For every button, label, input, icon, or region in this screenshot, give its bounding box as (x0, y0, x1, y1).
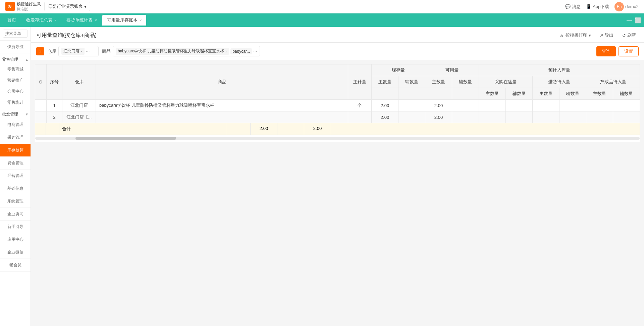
print-icon: 🖨 (560, 33, 564, 38)
settings-button[interactable]: 设置 (619, 46, 639, 56)
sidebar-item-enterprise[interactable]: 企业协同 (0, 208, 31, 221)
footer-unit (227, 123, 251, 135)
th-prod-main: 主数量 (586, 88, 613, 100)
export-label: 导出 (605, 32, 613, 38)
export-btn[interactable]: ↗ 导出 (597, 31, 616, 40)
cell-avail-sub-1 (452, 100, 479, 111)
th-arrivals-main: 主数量 (533, 88, 559, 100)
th-arrivals-sub: 辅数量 (559, 88, 586, 100)
sidebar-item-shop[interactable]: 零售商城 (0, 64, 31, 75)
footer-stock-main: 2.00 (251, 123, 277, 135)
product-tag-2-value: babycar... (232, 49, 250, 54)
cell-arrivals-main-1 (533, 100, 559, 111)
footer-stock-sub (277, 123, 304, 135)
filter-expand-btn[interactable]: » (36, 47, 44, 55)
user-info[interactable]: Ea demo2 (614, 2, 639, 11)
query-button[interactable]: 查询 (596, 46, 616, 56)
data-table: ⚙ 序号 仓库 商品 主计量 现存量 可用量 预计入库量 主数量 辅数量 主数量 (35, 64, 640, 123)
sidebar-item-finance[interactable]: 资金管理 (0, 157, 31, 170)
footer-rest (331, 123, 640, 135)
top-bar-left: 好 畅捷通好生意 标准版 母婴行业演示账套 ▾ (5, 2, 90, 12)
chevron-down-icon: ▼ (25, 112, 29, 116)
product-input[interactable]: babycare学饮杯 儿童防摔防撞吸管杯重力球吸嘴杯宝宝水杯 × babyca… (113, 46, 260, 56)
sidebar-group-wholesale[interactable]: 批发管理 ▼ (0, 108, 31, 119)
sidebar-item-newuser[interactable]: 新手引导 (0, 221, 31, 233)
product-more[interactable]: ··· (253, 49, 257, 54)
refresh-icon: ↺ (622, 33, 626, 38)
top-bar: 好 畅捷通好生意 标准版 母婴行业演示账套 ▾ 💬 消息 📱 App下载 Ea … (0, 0, 644, 13)
th-current-stock-group: 现存量 (372, 64, 425, 76)
sidebar-item-ecommerce[interactable]: 电商管理 (0, 119, 31, 131)
cell-warehouse-2: 江北门店【... (62, 111, 96, 123)
sidebar-item-wechat[interactable]: 企业微信 (0, 246, 31, 259)
refresh-label: 刷新 (627, 32, 636, 38)
cell-avail-main-2: 2.00 (425, 111, 452, 123)
cell-stock-main-1: 2.00 (372, 100, 398, 111)
product-tag-2: babycar... (230, 48, 252, 54)
sidebar-item-member[interactable]: 会员中心 (0, 86, 31, 97)
tab-orders[interactable]: 要货单统计表 × (62, 15, 101, 26)
gear-icon[interactable]: ⚙ (39, 79, 43, 85)
sidebar-item-apps[interactable]: 应用中心 (0, 233, 31, 246)
footer-label: 合计 (59, 123, 227, 135)
cell-prod-main-1 (586, 100, 613, 111)
product-tag-1-close[interactable]: × (225, 49, 227, 53)
th-purchase-in-group: 采购在途量 (479, 76, 533, 88)
cell-product-2 (96, 111, 348, 123)
horizontal-scrollbar[interactable] (35, 137, 640, 140)
tab-receipts[interactable]: 收发存汇总表 × (21, 15, 61, 26)
brand-icon: 好 (5, 2, 15, 11)
avatar: Ea (614, 2, 624, 11)
app-download-btn[interactable]: 📱 App下载 (586, 4, 609, 10)
main-layout: 快捷导航 零售管理 ▲ 零售商城 营销推广 会员中心 零售统计 批发管理 ▼ 电… (0, 27, 644, 326)
industry-selector[interactable]: 母婴行业演示账套 ▾ (44, 2, 90, 11)
tab-receipts-close[interactable]: × (54, 18, 56, 22)
th-unit: 主计量 (348, 64, 372, 100)
sidebar-item-basics[interactable]: 基础信息 (0, 182, 31, 195)
cell-unit-2 (348, 111, 372, 123)
cell-purchase-sub-1 (506, 100, 533, 111)
message-btn[interactable]: 💬 消息 (565, 4, 581, 10)
print-btn[interactable]: 🖨 按模板打印 ▾ (557, 31, 594, 40)
product-tag-1-value: babycare学饮杯 儿童防摔防撞吸管杯重力球吸嘴杯宝宝水杯 (118, 48, 224, 54)
footer-avail-main: 2.00 (304, 123, 331, 135)
filter-bar: » 仓库 江北门店 × ··· 商品 babycare学饮杯 儿童防摔防撞吸管杯… (31, 43, 644, 60)
sidebar-item-purchase[interactable]: 采购管理 (0, 131, 31, 144)
cell-stock-main-2: 2.00 (372, 111, 398, 123)
warehouse-input[interactable]: 江北门店 × ··· (58, 46, 99, 56)
tab-orders-close[interactable]: × (95, 18, 97, 22)
horizontal-scrollbar-container (35, 135, 640, 142)
cell-prod-main-2 (586, 111, 613, 123)
cell-purchase-main-1 (479, 100, 506, 111)
warehouse-tag-close[interactable]: × (80, 49, 83, 53)
sidebar-item-kuaijie[interactable]: 快捷导航 (0, 41, 31, 53)
cell-warehouse-1: 江北门店 (62, 100, 96, 111)
warehouse-tag-value: 江北门店 (63, 48, 79, 54)
search-input[interactable] (3, 30, 28, 38)
sidebar-item-operations[interactable]: 经营管理 (0, 170, 31, 182)
sidebar-item-inventory[interactable]: 库存核算 (0, 144, 31, 157)
sidebar-item-member2[interactable]: 畅会员 (0, 259, 31, 272)
tab-home[interactable]: 首页 (3, 15, 21, 26)
product-tag-1: babycare学饮杯 儿童防摔防撞吸管杯重力球吸嘴杯宝宝水杯 × (116, 48, 229, 55)
tab-available-stock-close[interactable]: × (140, 18, 142, 22)
cell-num-2: 2 (47, 111, 62, 123)
sidebar-item-system[interactable]: 系统管理 (0, 195, 31, 208)
top-bar-right: 💬 消息 📱 App下载 Ea demo2 (565, 2, 639, 11)
sidebar-item-retail-stats[interactable]: 零售统计 (0, 97, 31, 108)
cell-arrivals-sub-1 (559, 100, 586, 111)
table-container: ⚙ 序号 仓库 商品 主计量 现存量 可用量 预计入库量 主数量 辅数量 主数量 (31, 60, 644, 326)
sidebar-group-retail[interactable]: 零售管理 ▲ (0, 53, 31, 64)
th-stock-sub: 辅数量 (398, 76, 425, 88)
tab-available-stock[interactable]: 可用量库存账本 × (102, 15, 146, 26)
sidebar-item-marketing[interactable]: 营销推广 (0, 75, 31, 86)
product-label: 商品 (102, 48, 111, 54)
scroll-thumb[interactable] (75, 137, 176, 140)
th-avail-main: 主数量 (425, 76, 452, 88)
maximize-btn[interactable]: ⬜ (635, 17, 641, 24)
th-settings: ⚙ (35, 64, 47, 100)
th-stock-sub2 (398, 88, 425, 100)
refresh-btn[interactable]: ↺ 刷新 (620, 31, 639, 40)
minimize-btn[interactable]: — (627, 17, 632, 23)
warehouse-more[interactable]: ··· (86, 49, 90, 54)
